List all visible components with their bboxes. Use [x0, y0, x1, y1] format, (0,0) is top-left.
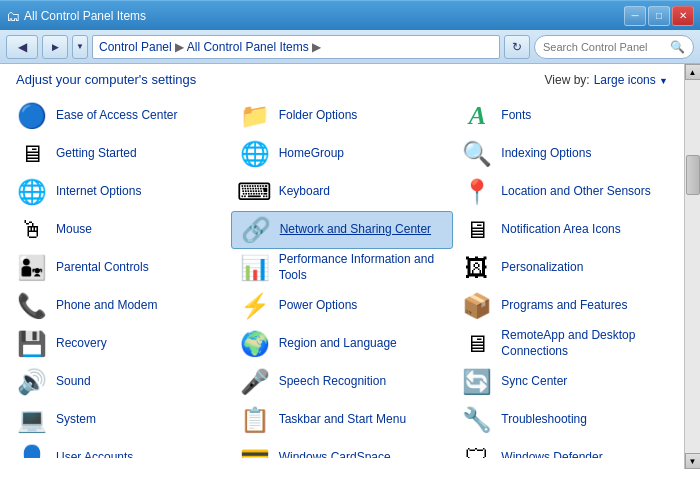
window-icon: 🗂: [6, 8, 20, 24]
grid-item-11[interactable]: 🖥Notification Area Icons: [453, 211, 676, 249]
grid-item-13[interactable]: 📊Performance Information and Tools: [231, 249, 454, 287]
item-label-14: Personalization: [501, 260, 583, 276]
scroll-track[interactable]: [685, 80, 700, 453]
grid-item-8[interactable]: 📍Location and Other Sensors: [453, 173, 676, 211]
back-icon: ◀: [18, 40, 27, 54]
scroll-down-button[interactable]: ▼: [685, 453, 701, 469]
address-bar: ◀ ▶ ▼ Control Panel ▶ All Control Panel …: [0, 30, 700, 64]
item-icon-11: 🖥: [461, 214, 493, 246]
breadcrumb-separator-2: ▶: [312, 40, 321, 54]
refresh-button[interactable]: ↻: [504, 35, 530, 59]
grid-item-4[interactable]: 🌐HomeGroup: [231, 135, 454, 173]
grid-item-27[interactable]: 👤User Accounts: [8, 439, 231, 458]
grid-item-1[interactable]: 📁Folder Options: [231, 97, 454, 135]
scroll-thumb[interactable]: [686, 155, 700, 195]
grid-item-5[interactable]: 🔍Indexing Options: [453, 135, 676, 173]
dropdown-icon: ▼: [76, 42, 84, 51]
item-label-13: Performance Information and Tools: [279, 252, 446, 283]
recent-pages-button[interactable]: ▼: [72, 35, 88, 59]
scrollbar[interactable]: ▲ ▼: [684, 64, 700, 469]
maximize-button[interactable]: □: [648, 6, 670, 26]
grid-item-24[interactable]: 💻System: [8, 401, 231, 439]
grid-item-25[interactable]: 📋Taskbar and Start Menu: [231, 401, 454, 439]
breadcrumb-item-1[interactable]: Control Panel: [99, 40, 172, 54]
item-label-12: Parental Controls: [56, 260, 149, 276]
item-label-7: Keyboard: [279, 184, 330, 200]
items-grid: 🔵Ease of Access Center📁Folder OptionsAFo…: [0, 93, 684, 458]
item-icon-16: ⚡: [239, 290, 271, 322]
grid-item-29[interactable]: 🛡Windows Defender: [453, 439, 676, 458]
search-input[interactable]: [543, 41, 666, 53]
breadcrumb-separator-1: ▶: [175, 40, 184, 54]
item-icon-23: 🔄: [461, 366, 493, 398]
item-icon-14: 🖼: [461, 252, 493, 284]
item-icon-26: 🔧: [461, 404, 493, 436]
grid-item-20[interactable]: 🖥RemoteApp and Desktop Connections: [453, 325, 676, 363]
item-icon-1: 📁: [239, 100, 271, 132]
grid-item-21[interactable]: 🔊Sound: [8, 363, 231, 401]
grid-item-18[interactable]: 💾Recovery: [8, 325, 231, 363]
item-label-25: Taskbar and Start Menu: [279, 412, 406, 428]
grid-item-23[interactable]: 🔄Sync Center: [453, 363, 676, 401]
item-label-8: Location and Other Sensors: [501, 184, 650, 200]
item-label-27: User Accounts: [56, 450, 133, 458]
grid-item-12[interactable]: 👨‍👧Parental Controls: [8, 249, 231, 287]
grid-item-22[interactable]: 🎤Speech Recognition: [231, 363, 454, 401]
item-label-2: Fonts: [501, 108, 531, 124]
breadcrumb[interactable]: Control Panel ▶ All Control Panel Items …: [92, 35, 500, 59]
item-icon-7: ⌨: [239, 176, 271, 208]
item-label-21: Sound: [56, 374, 91, 390]
item-label-1: Folder Options: [279, 108, 358, 124]
item-icon-2: A: [461, 100, 493, 132]
search-icon: 🔍: [670, 40, 685, 54]
breadcrumb-item-2[interactable]: All Control Panel Items: [187, 40, 309, 54]
item-label-20: RemoteApp and Desktop Connections: [501, 328, 668, 359]
back-button[interactable]: ◀: [6, 35, 38, 59]
title-bar-title: All Control Panel Items: [24, 9, 146, 23]
scroll-up-button[interactable]: ▲: [685, 64, 701, 80]
title-bar-left: 🗂 All Control Panel Items: [6, 8, 146, 24]
item-icon-15: 📞: [16, 290, 48, 322]
item-icon-9: 🖱: [16, 214, 48, 246]
close-button[interactable]: ✕: [672, 6, 694, 26]
item-icon-21: 🔊: [16, 366, 48, 398]
item-label-26: Troubleshooting: [501, 412, 587, 428]
item-label-11: Notification Area Icons: [501, 222, 620, 238]
item-icon-0: 🔵: [16, 100, 48, 132]
main-area: Adjust your computer's settings View by:…: [0, 64, 700, 469]
view-by-control: View by: Large icons ▼: [545, 73, 668, 87]
item-icon-25: 📋: [239, 404, 271, 436]
grid-item-7[interactable]: ⌨Keyboard: [231, 173, 454, 211]
item-label-5: Indexing Options: [501, 146, 591, 162]
grid-item-6[interactable]: 🌐Internet Options: [8, 173, 231, 211]
refresh-icon: ↻: [512, 40, 522, 54]
grid-item-3[interactable]: 🖥Getting Started: [8, 135, 231, 173]
item-label-22: Speech Recognition: [279, 374, 386, 390]
grid-item-0[interactable]: 🔵Ease of Access Center: [8, 97, 231, 135]
grid-item-10[interactable]: 🔗Network and Sharing Center: [231, 211, 454, 249]
forward-button[interactable]: ▶: [42, 35, 68, 59]
grid-item-9[interactable]: 🖱Mouse: [8, 211, 231, 249]
grid-item-2[interactable]: AFonts: [453, 97, 676, 135]
view-by-label: View by:: [545, 73, 590, 87]
item-icon-27: 👤: [16, 442, 48, 458]
grid-item-15[interactable]: 📞Phone and Modem: [8, 287, 231, 325]
grid-item-17[interactable]: 📦Programs and Features: [453, 287, 676, 325]
item-icon-10: 🔗: [240, 214, 272, 246]
view-by-dropdown[interactable]: Large icons ▼: [594, 73, 668, 87]
view-by-bar: Adjust your computer's settings View by:…: [0, 64, 684, 93]
grid-item-26[interactable]: 🔧Troubleshooting: [453, 401, 676, 439]
grid-item-16[interactable]: ⚡Power Options: [231, 287, 454, 325]
forward-icon: ▶: [52, 42, 59, 52]
item-icon-4: 🌐: [239, 138, 271, 170]
grid-item-19[interactable]: 🌍Region and Language: [231, 325, 454, 363]
search-box[interactable]: 🔍: [534, 35, 694, 59]
minimize-button[interactable]: ─: [624, 6, 646, 26]
grid-item-14[interactable]: 🖼Personalization: [453, 249, 676, 287]
item-icon-12: 👨‍👧: [16, 252, 48, 284]
item-label-3: Getting Started: [56, 146, 137, 162]
item-label-4: HomeGroup: [279, 146, 344, 162]
grid-item-28[interactable]: 💳Windows CardSpace: [231, 439, 454, 458]
item-label-9: Mouse: [56, 222, 92, 238]
item-label-16: Power Options: [279, 298, 358, 314]
